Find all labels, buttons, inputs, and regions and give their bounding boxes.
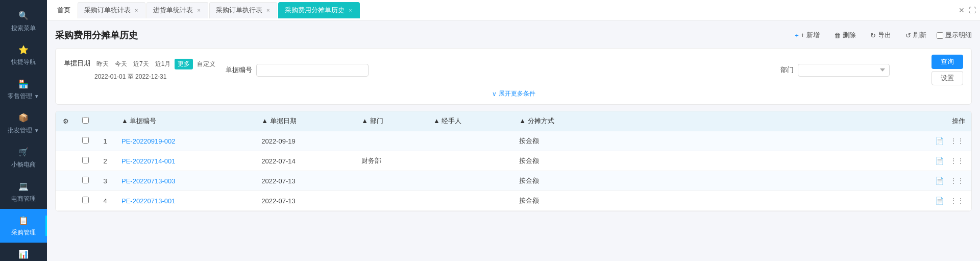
row-doc-no: PE-20220919-002 [115,131,255,151]
expand-more-btn[interactable]: ∨ 展开更多条件 [492,89,535,98]
col-dept[interactable]: ▲ 部门 [355,111,427,131]
tab-purchase-order-stats[interactable]: 采购订单统计表 × [78,2,145,18]
row-checkbox[interactable] [82,137,89,144]
delete-button[interactable]: 🗑 删除 [830,29,860,42]
date-range: 2022-01-01 至 2022-12-31 [94,73,217,81]
row-checkbox-cell [76,151,95,171]
table-row[interactable]: 3 PE-20220713-003 2022-07-13 按金额 📄 ⋮⋮ [56,171,971,191]
row-doc-date: 2022-07-13 [255,171,355,191]
row-handler [427,151,513,171]
row-view-icon[interactable]: 📄 [934,196,945,206]
tab-home-label: 首页 [57,6,70,15]
filter-area: 单据日期 昨天 今天 近7天 近1月 更多 自定义 2022-01-01 至 2… [55,48,972,105]
sidebar-item-mini-ecom[interactable]: 🛒 小畅电商 [0,140,47,175]
col-split-method[interactable]: ▲ 分摊方式 [513,111,879,131]
add-icon: + [795,32,799,39]
doc-no-link[interactable]: PE-20220713-003 [121,177,176,185]
select-all-checkbox[interactable] [82,117,89,124]
row-more-icon[interactable]: ⋮⋮ [949,136,965,146]
sidebar-item-inventory[interactable]: 📊 库存核算 [0,243,47,261]
tab-close-icon[interactable]: × [265,7,271,13]
doc-no-link[interactable]: PE-20220714-001 [121,157,176,165]
sidebar-item-wholesale[interactable]: 📦 批发管理 ▼ [0,106,47,140]
sidebar-item-quick-nav[interactable]: ⭐ 快捷导航 [0,38,47,73]
row-checkbox-cell [76,171,95,191]
tab-label: 进货单统计表 [153,6,193,15]
tab-close-icon[interactable]: × [348,7,353,13]
search-icon: 🔍 [2,9,45,22]
show-cols-checkbox[interactable]: 显示明细 [937,31,972,40]
row-handler [427,131,513,151]
date-filter: 单据日期 昨天 今天 近7天 近1月 更多 自定义 2022-01-01 至 2… [64,59,217,81]
search-button[interactable]: 查询 [932,55,963,69]
table-row[interactable]: 1 PE-20220919-002 2022-09-19 按金额 📄 ⋮⋮ [56,131,971,151]
tab-purchase-cost-split[interactable]: 采购费用分摊单历史 × [278,2,359,18]
refresh-label: 刷新 [913,31,926,40]
show-cols-label: 显示明细 [945,31,972,40]
store-icon: 🏪 [2,78,45,91]
refresh-button[interactable]: ↺ 刷新 [901,29,930,42]
tab-bar: 首页 采购订单统计表 × 进货单统计表 × 采购订单执行表 × 采购费用分摊单历… [47,0,980,20]
shortcut-1month[interactable]: 近1月 [153,59,173,69]
doc-no-input[interactable] [256,64,369,77]
row-more-icon[interactable]: ⋮⋮ [949,176,965,186]
tab-close-icon[interactable]: × [196,7,201,13]
row-more-icon[interactable]: ⋮⋮ [949,196,965,206]
data-table: ⚙ ▲ 单据编号 ▲ 单据日期 ▲ 部门 [55,111,972,211]
row-settings-cell [56,171,76,191]
sidebar-item-ecom[interactable]: 💻 电商管理 [0,175,47,209]
chevron-down-icon: ▼ [34,93,39,99]
row-checkbox[interactable] [82,197,89,203]
tab-goods-stats[interactable]: 进货单统计表 × [146,2,208,18]
shortcut-custom[interactable]: 自定义 [195,59,217,69]
tab-label: 采购费用分摊单历史 [285,6,345,15]
row-index: 2 [95,151,115,171]
row-view-icon[interactable]: 📄 [934,136,945,146]
table-header-row: ⚙ ▲ 单据编号 ▲ 单据日期 ▲ 部门 [56,111,971,131]
doc-no-link[interactable]: PE-20220713-001 [121,197,176,205]
table-row[interactable]: 4 PE-20220713-001 2022-07-13 按金额 📄 ⋮⋮ [56,191,971,211]
row-dept [355,191,427,211]
delete-label: 删除 [843,31,856,40]
doc-no-link[interactable]: PE-20220919-002 [121,137,176,145]
main-content: 首页 采购订单统计表 × 进货单统计表 × 采购订单执行表 × 采购费用分摊单历… [47,0,980,261]
table: ⚙ ▲ 单据编号 ▲ 单据日期 ▲ 部门 [56,111,971,211]
col-settings[interactable]: ⚙ [56,111,76,131]
sidebar-item-search[interactable]: 🔍 搜索菜单 [0,4,47,38]
expand-window-icon[interactable]: ⛶ [969,6,976,14]
col-actions: 操作 [879,111,971,131]
tab-home[interactable]: 首页 [51,2,77,18]
col-handler[interactable]: ▲ 经手人 [427,111,513,131]
tab-purchase-order-exec[interactable]: 采购订单执行表 × [209,2,277,18]
close-window-icon[interactable]: ✕ [959,6,965,14]
row-checkbox[interactable] [82,157,89,163]
chart-icon: 📊 [2,248,45,261]
add-button[interactable]: + + 新增 [791,29,824,42]
row-actions-cell: 📄 ⋮⋮ [879,151,971,171]
page-content: 采购费用分摊单历史 + + 新增 🗑 删除 ↻ 导出 ↺ 刷新 [47,20,980,261]
shortcut-today[interactable]: 今天 [113,59,129,69]
sidebar-item-purchase[interactable]: 📋 采购管理 [0,209,47,243]
export-icon: ↻ [870,32,876,39]
row-checkbox[interactable] [82,177,89,183]
row-split-method: 按金额 [513,171,879,191]
row-more-icon[interactable]: ⋮⋮ [949,156,965,166]
row-actions-cell: 📄 ⋮⋮ [879,171,971,191]
shortcut-yesterday[interactable]: 昨天 [94,59,111,69]
row-doc-no: PE-20220713-003 [115,171,255,191]
col-doc-no[interactable]: ▲ 单据编号 [115,111,255,131]
shortcut-7days[interactable]: 近7天 [131,59,151,69]
sidebar-item-retail[interactable]: 🏪 零售管理 ▼ [0,73,47,107]
col-doc-date[interactable]: ▲ 单据日期 [255,111,355,131]
table-row[interactable]: 2 PE-20220714-001 2022-07-14 财务部 按金额 📄 ⋮… [56,151,971,171]
dept-select[interactable]: 财务部 [798,64,890,77]
row-view-icon[interactable]: 📄 [934,176,945,186]
show-cols-toggle[interactable] [937,32,943,39]
tab-close-icon[interactable]: × [134,7,139,13]
export-button[interactable]: ↻ 导出 [866,29,895,42]
row-index: 3 [95,171,115,191]
row-view-icon[interactable]: 📄 [934,156,945,166]
shortcut-more[interactable]: 更多 [175,59,193,69]
dept-filter: 部门 财务部 [780,64,923,77]
setting-button[interactable]: 设置 [932,71,963,85]
